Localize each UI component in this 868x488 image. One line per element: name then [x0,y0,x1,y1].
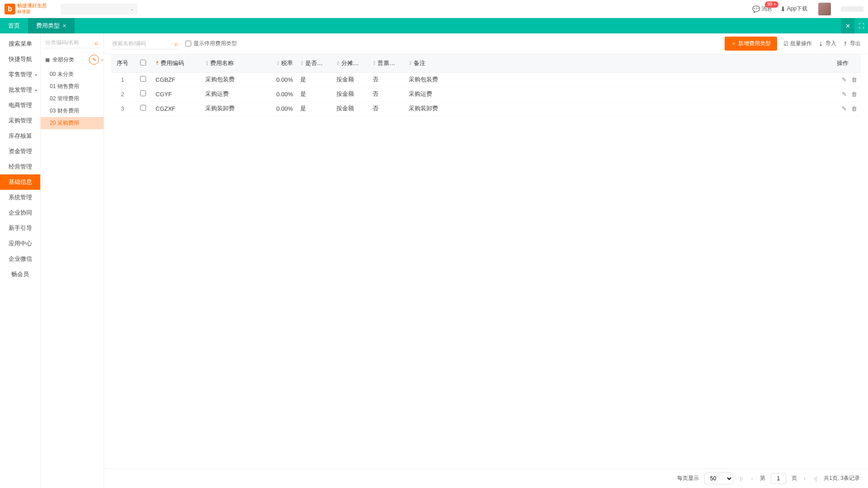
page-suffix: 页 [792,474,797,482]
pagination: 每页显示 50 |‹ ‹ 第 页 › ›| 共1页, 3条记录 [104,468,868,488]
fee-type-table: 序号 ▲▼费用编码 ▲▼费用名称 ▲▼税率 ▲▼是否… ▲▼分摊… ▲▼普票… … [111,54,861,116]
edit-category-button[interactable]: ✎ [89,55,99,65]
th-op: 操作 [825,54,861,72]
tree-root[interactable]: ▦ 全部分类 ✎ [41,51,104,68]
edit-icon[interactable]: ✎ [842,91,847,98]
import-button[interactable]: ⭳导入 [818,40,836,47]
brand-logo: b 畅捷通好生意 标准版 [5,3,47,14]
tree-node[interactable]: 03 财务费用 [41,105,104,117]
th-isbool[interactable]: ▲▼是否… [297,54,333,72]
tree-node[interactable]: 01 销售费用 [41,80,104,93]
sidebar-item[interactable]: 企业协同 [0,205,40,221]
search-icon[interactable]: ⌕ [175,40,178,47]
th-remark[interactable]: ▲▼备注 [405,54,825,72]
last-page-button[interactable]: ›| [812,475,818,482]
tree-search-input[interactable] [44,37,100,48]
tab-close-all-button[interactable]: ✕ [841,18,854,33]
export-icon: ⭱ [843,41,848,47]
row-checkbox[interactable] [140,76,146,82]
sidebar-item[interactable]: 采购管理 [0,113,40,128]
delete-icon[interactable]: 🗑 [851,76,857,83]
sidebar-item[interactable]: 应用中心 [0,236,40,251]
sidebar-item[interactable]: 新手引导 [0,221,40,236]
chevron-right-icon: ▸ [35,88,38,92]
page-size-select[interactable]: 50 [704,473,733,484]
tree-node[interactable]: 02 管理费用 [41,93,104,105]
page-prefix: 第 [760,474,765,482]
edit-icon[interactable]: ✎ [842,105,847,112]
brand-sub: 标准版 [17,9,47,15]
category-tree-panel: ⌕ « ▦ 全部分类 ✎ 00 未分类01 销售费用02 管理费用03 财务费用… [41,33,104,488]
sidebar-item[interactable]: 库存核算 [0,128,40,144]
topbar-right: 💬 消息 99 + ⬇ App下载 [752,3,863,15]
tab-fee-type[interactable]: 费用类型 ✕ [28,18,75,33]
th-ticket[interactable]: ▲▼普票… [369,54,405,72]
topbar: b 畅捷通好生意 标准版 ⌄ 💬 消息 99 + ⬇ App下载 [0,0,868,18]
toolbar: ⌕ 显示停用费用类型 ＋ 新增费用类型 ☑批量操作 ⭳导入 ⭱导出 [104,33,868,54]
th-checkbox [134,54,152,72]
edit-icon[interactable]: ✎ [842,76,847,83]
table-row: 3CGZXF采购装卸费0.00%是按金额否采购装卸费✎🗑 [111,101,861,116]
th-alloc[interactable]: ▲▼分摊… [333,54,369,72]
row-checkbox[interactable] [140,90,146,96]
first-page-button[interactable]: |‹ [739,475,745,482]
th-rate[interactable]: ▲▼税率 [265,54,297,72]
table-search-input[interactable] [111,38,179,49]
page-input[interactable] [771,473,786,484]
tree-all-label: 全部分类 [52,56,74,64]
close-icon[interactable]: ✕ [62,23,66,29]
select-all-checkbox[interactable] [140,60,146,66]
avatar[interactable] [818,3,831,15]
logo-icon: b [5,4,15,14]
sidebar-item[interactable]: 批发管理▸ [0,82,40,98]
sidebar-item[interactable]: 经营管理 [0,159,40,174]
delete-icon[interactable]: 🗑 [851,91,857,98]
row-checkbox[interactable] [140,105,146,111]
search-icon[interactable]: ⌕ [94,39,98,46]
app-download-label: App下载 [787,5,807,13]
plus-icon: ＋ [731,40,736,47]
import-icon: ⭳ [818,41,824,47]
add-fee-type-button[interactable]: ＋ 新增费用类型 [725,37,777,51]
th-code[interactable]: ▲▼费用编码 [152,54,202,72]
th-name[interactable]: ▲▼费用名称 [202,54,265,72]
grid-icon: ▦ [45,57,50,63]
fullscreen-button[interactable]: ⛶ [854,18,868,33]
app-download-link[interactable]: ⬇ App下载 [780,5,807,13]
export-button[interactable]: ⭱导出 [843,40,861,47]
sidebar-item[interactable]: 零售管理▸ [0,67,40,82]
pager-summary: 共1页, 3条记录 [824,474,860,482]
download-icon: ⬇ [780,5,786,13]
table-row: 1CGBZF采购包装费0.00%是按金额否采购包装费✎🗑 [111,72,861,87]
show-disabled-input[interactable] [185,41,191,47]
sidebar-item[interactable]: 快捷导航 [0,52,40,67]
chat-icon: 💬 [752,5,760,13]
sidebar-item[interactable]: 基础信息 [0,174,40,190]
messages-link[interactable]: 💬 消息 99 + [752,5,772,13]
table-search: ⌕ [111,38,179,49]
sidebar-item[interactable]: 搜索菜单 [0,36,40,52]
batch-ops-button[interactable]: ☑批量操作 [783,40,812,47]
brand-name: 畅捷通好生意 [17,3,47,8]
sidebar-item[interactable]: 资金管理 [0,144,40,159]
sidebar: 搜索菜单快捷导航零售管理▸批发管理▸电商管理采购管理库存核算资金管理经营管理基础… [0,33,41,488]
tree-node[interactable]: 00 未分类 [41,68,104,80]
main-content: ⌕ 显示停用费用类型 ＋ 新增费用类型 ☑批量操作 ⭳导入 ⭱导出 序号 [104,33,868,488]
prev-page-button[interactable]: ‹ [750,475,755,482]
chevron-right-icon: ▸ [35,72,38,77]
sidebar-item[interactable]: 电商管理 [0,98,40,113]
sidebar-item[interactable]: 企业微信 [0,251,40,267]
chevron-down-icon: ⌄ [130,6,134,11]
table-row: 2CGYF采购运费0.00%是按金额否采购运费✎🗑 [111,87,861,101]
tab-home[interactable]: 首页 [0,18,28,33]
sidebar-item[interactable]: 畅会员 [0,267,40,282]
company-selector[interactable]: ⌄ [61,4,137,14]
messages-badge: 99 + [765,1,778,8]
th-index: 序号 [111,54,134,72]
show-disabled-checkbox[interactable]: 显示停用费用类型 [185,40,237,47]
user-name-placeholder [841,6,863,12]
next-page-button[interactable]: › [802,475,807,482]
sidebar-item[interactable]: 系统管理 [0,190,40,205]
tree-node[interactable]: 20 采购费用 [41,117,104,129]
delete-icon[interactable]: 🗑 [851,105,857,112]
